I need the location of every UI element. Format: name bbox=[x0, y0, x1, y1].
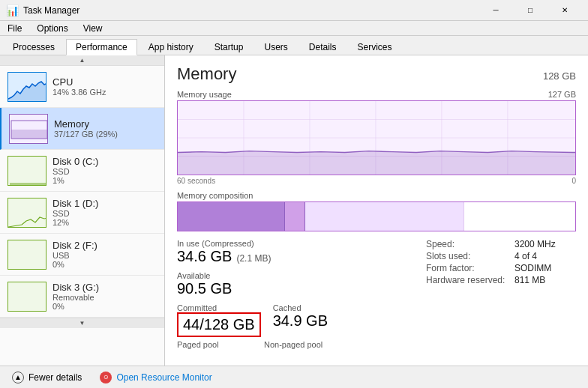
non-paged-pool-label: Non-paged pool bbox=[264, 340, 322, 349]
speed-value: 3200 MHz bbox=[514, 239, 556, 249]
left-item-cpu[interactable]: CPU 14% 3.86 GHz bbox=[0, 66, 164, 108]
disk2-info: Disk 2 (F:) USB 0% bbox=[52, 240, 157, 269]
committed-value: 44/128 GB bbox=[183, 316, 255, 333]
slots-value: 4 of 4 bbox=[514, 251, 537, 261]
memory-sub: 37/127 GB (29%) bbox=[54, 130, 157, 139]
disk2-name: Disk 2 (F:) bbox=[52, 240, 157, 251]
hw-reserved-row: Hardware reserved: 811 MB bbox=[426, 275, 576, 285]
left-item-disk2[interactable]: Disk 2 (F:) USB 0% bbox=[0, 234, 164, 276]
pool-labels-row: Paged pool Non-paged pool bbox=[177, 340, 414, 349]
fewer-details-button[interactable]: ▲ Fewer details bbox=[9, 370, 85, 385]
left-item-memory[interactable]: Memory 37/127 GB (29%) bbox=[0, 108, 164, 150]
available-block: Available 90.5 GB bbox=[177, 271, 414, 297]
committed-highlight: 44/128 GB bbox=[177, 312, 261, 337]
in-use-label: In use (Compressed) bbox=[177, 239, 414, 248]
cpu-info: CPU 14% 3.86 GHz bbox=[52, 76, 157, 97]
committed-cached-row: Committed 44/128 GB Cached 34.9 GB bbox=[177, 303, 414, 337]
disk2-graph bbox=[8, 240, 46, 270]
title-bar: 📊 Task Manager ─ □ ✕ bbox=[0, 0, 588, 21]
committed-block: Committed 44/128 GB bbox=[177, 303, 261, 337]
tab-performance[interactable]: Performance bbox=[66, 39, 137, 55]
memory-name: Memory bbox=[54, 118, 157, 130]
svg-rect-10 bbox=[10, 311, 46, 312]
disk2-sub1: USB bbox=[52, 251, 157, 260]
tabs-bar: Processes Performance App history Startu… bbox=[0, 36, 588, 55]
memory-graph-mini bbox=[9, 114, 48, 144]
tab-users[interactable]: Users bbox=[254, 38, 297, 55]
scroll-down-arrow[interactable]: ▼ bbox=[0, 318, 164, 328]
disk1-sub1: SSD bbox=[52, 209, 157, 218]
main-content: ▲ CPU 14% 3.86 GHz bbox=[0, 55, 588, 366]
minimize-button[interactable]: ─ bbox=[478, 0, 513, 21]
form-factor-row: Form factor: SODIMM bbox=[426, 263, 576, 273]
in-use-sub: (2.1 MB) bbox=[236, 253, 271, 264]
title-bar-controls: ─ □ ✕ bbox=[478, 0, 582, 21]
svg-rect-6 bbox=[8, 198, 46, 228]
scroll-up-arrow[interactable]: ▲ bbox=[0, 55, 164, 66]
composition-chart-section: Memory composition bbox=[177, 191, 576, 231]
memory-header: Memory 128 GB bbox=[177, 64, 576, 84]
fewer-details-label: Fewer details bbox=[28, 372, 82, 383]
close-button[interactable]: ✕ bbox=[548, 0, 582, 21]
left-panel: ▲ CPU 14% 3.86 GHz bbox=[0, 55, 165, 366]
disk0-info: Disk 0 (C:) SSD 1% bbox=[52, 156, 157, 185]
menu-options[interactable]: Options bbox=[32, 22, 72, 35]
open-resource-monitor-button[interactable]: ⊙ Open Resource Monitor bbox=[97, 370, 214, 385]
comp-in-use bbox=[178, 202, 285, 231]
usage-chart-label: Memory usage bbox=[177, 90, 232, 99]
available-value: 90.5 GB bbox=[177, 280, 414, 297]
cpu-graph bbox=[8, 72, 46, 102]
disk3-sub2: 0% bbox=[52, 302, 157, 311]
committed-label: Committed bbox=[177, 303, 261, 312]
time-right: 0 bbox=[572, 177, 576, 185]
left-item-disk3[interactable]: Disk 3 (G:) Removable 0% bbox=[0, 276, 164, 318]
disk3-info: Disk 3 (G:) Removable 0% bbox=[52, 282, 157, 311]
tab-startup[interactable]: Startup bbox=[205, 38, 254, 55]
cpu-sub: 14% 3.86 GHz bbox=[52, 88, 157, 97]
slots-label: Slots used: bbox=[426, 251, 508, 261]
disk3-name: Disk 3 (G:) bbox=[52, 282, 157, 293]
composition-label-row: Memory composition bbox=[177, 191, 576, 200]
tab-services[interactable]: Services bbox=[348, 38, 402, 55]
usage-chart-section: Memory usage 127 GB bbox=[177, 90, 576, 185]
non-paged-pool-label-block: Non-paged pool bbox=[264, 340, 322, 349]
tab-details[interactable]: Details bbox=[299, 38, 346, 55]
svg-rect-3 bbox=[11, 130, 47, 139]
right-stats: Speed: 3200 MHz Slots used: 4 of 4 Form … bbox=[426, 239, 576, 349]
disk1-sub2: 12% bbox=[52, 218, 157, 227]
in-use-block: In use (Compressed) 34.6 GB (2.1 MB) bbox=[177, 239, 414, 265]
bottom-bar: ▲ Fewer details ⊙ Open Resource Monitor bbox=[0, 366, 588, 388]
maximize-button[interactable]: □ bbox=[513, 0, 548, 21]
memory-info: Memory 37/127 GB (29%) bbox=[54, 118, 157, 139]
form-factor-value: SODIMM bbox=[514, 263, 551, 273]
slots-row: Slots used: 4 of 4 bbox=[426, 251, 576, 261]
disk1-info: Disk 1 (D:) SSD 12% bbox=[52, 198, 157, 227]
in-use-value: 34.6 GB bbox=[177, 248, 232, 265]
tab-app-history[interactable]: App history bbox=[139, 38, 203, 55]
svg-rect-7 bbox=[8, 240, 46, 270]
left-item-disk0[interactable]: Disk 0 (C:) SSD 1% bbox=[0, 150, 164, 192]
tab-processes[interactable]: Processes bbox=[3, 38, 64, 55]
comp-standby bbox=[305, 202, 464, 231]
menu-file[interactable]: File bbox=[3, 22, 26, 35]
available-label: Available bbox=[177, 271, 414, 280]
svg-rect-1 bbox=[10, 115, 48, 144]
stats-section: In use (Compressed) 34.6 GB (2.1 MB) Ava… bbox=[177, 239, 576, 349]
right-panel: Memory 128 GB Memory usage 127 GB bbox=[165, 55, 588, 366]
disk0-graph bbox=[8, 156, 46, 186]
cpu-name: CPU bbox=[52, 76, 157, 88]
memory-title: Memory bbox=[177, 64, 236, 84]
disk1-graph bbox=[8, 198, 46, 228]
resource-monitor-link[interactable]: Open Resource Monitor bbox=[116, 372, 212, 383]
menu-view[interactable]: View bbox=[79, 22, 107, 35]
svg-rect-5 bbox=[10, 183, 46, 185]
chart-time-labels: 60 seconds 0 bbox=[177, 177, 576, 185]
paged-pool-label-block: Paged pool bbox=[177, 340, 252, 349]
composition-label: Memory composition bbox=[177, 191, 253, 200]
hw-reserved-label: Hardware reserved: bbox=[426, 275, 508, 285]
hw-reserved-value: 811 MB bbox=[514, 275, 545, 285]
disk2-sub2: 0% bbox=[52, 260, 157, 269]
usage-chart-right: 127 GB bbox=[548, 90, 576, 99]
fewer-details-icon: ▲ bbox=[12, 372, 24, 384]
left-item-disk1[interactable]: Disk 1 (D:) SSD 12% bbox=[0, 192, 164, 234]
